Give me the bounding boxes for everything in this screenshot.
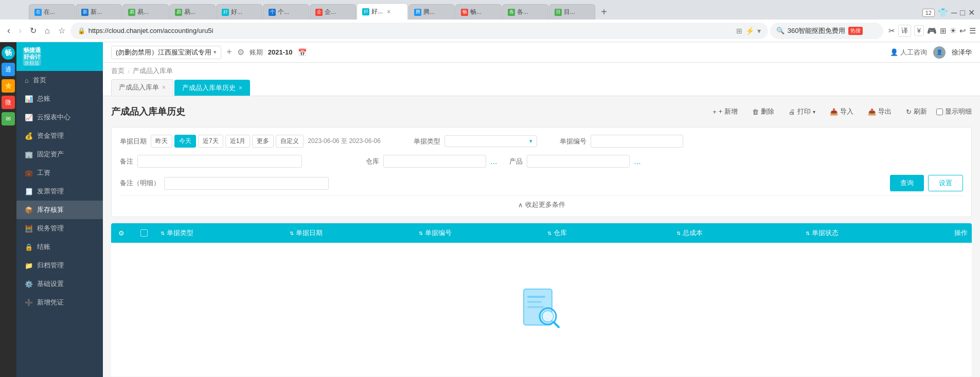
date-custom[interactable]: 自定义 [276,135,304,148]
print-button[interactable]: 🖨 打印 ▾ [783,104,821,119]
company-selector[interactable]: (勿删勿禁用）江西服宝测试专用 ▾ [111,46,221,59]
th-cost[interactable]: ⇅ 总成本 [672,228,801,238]
sidebar-item-inventory[interactable]: 📦 库存核算 [16,201,103,219]
product-dots[interactable]: ... [634,157,640,166]
tab-4[interactable]: 易 易... [169,4,216,20]
close-window-button[interactable]: ✕ [968,8,975,17]
type-select[interactable]: ▾ [444,135,537,147]
remark-detail-input[interactable] [164,177,329,190]
tab-2[interactable]: 新 新... [76,4,122,20]
grid-icon[interactable]: ⊞ [940,26,947,35]
sidebar-item-reports[interactable]: 📈 云报表中心 [16,108,103,127]
tab-5[interactable]: 好 好... [216,4,262,20]
product-filter-group: 产品 ... [509,155,640,168]
date-yesterday[interactable]: 昨天 [151,135,172,148]
tab-11[interactable]: 各 各... [502,4,548,20]
warehouse-input[interactable] [383,155,486,168]
sun-icon[interactable]: ☀ [950,26,956,35]
tab-6[interactable]: 个 个... [263,4,309,20]
date-more[interactable]: 更多 [252,135,274,148]
add-company-button[interactable]: + [226,47,232,58]
refresh-page-button[interactable]: ↻ 刷新 [901,104,932,119]
period-calendar-button[interactable]: 📅 [298,48,307,57]
user-name[interactable]: 徐泽华 [952,48,972,57]
sidebar-item-tax[interactable]: 🧮 税务管理 [16,219,103,238]
delete-button[interactable]: 🗑 删除 [747,104,779,119]
sidebar-item-newbill[interactable]: ➕ 新增凭证 [16,293,103,312]
bookmark-button[interactable]: ☆ [55,24,68,38]
tab-history-close[interactable]: × [239,84,242,92]
tab-3[interactable]: 易 易... [122,4,169,20]
url-bar[interactable]: 🔒 https://cloud.chanjet.com/accounting/u… [70,23,768,39]
remark-input[interactable] [137,155,302,168]
sidebar-item-ledger[interactable]: 📊 总账 [16,89,103,108]
show-fields-checkbox-label[interactable]: 显示明细 [936,107,972,116]
app-icon-weibo[interactable]: 微 [2,96,15,109]
forward-button[interactable]: › [15,23,25,38]
tab-12[interactable]: 目 目... [549,4,595,20]
tab-history[interactable]: 产成品入库单历史 × [174,80,250,96]
dropdown-icon[interactable]: ▾ [757,27,761,35]
warehouse-dots[interactable]: ... [490,157,497,166]
yuan-icon[interactable]: ¥ [914,25,924,36]
sidebar-item-invoice[interactable]: 🧾 发票管理 [16,182,103,201]
app-icon-mail[interactable]: ✉ [2,112,15,125]
tab-11-title: 各... [517,8,528,16]
tab-8-active[interactable]: 好 好... × [357,3,408,20]
settings-button[interactable]: 设置 [928,175,963,191]
game-icon[interactable]: 🎮 [927,26,937,35]
tab-9[interactable]: 腾 腾... [408,4,455,20]
maximize-button[interactable]: □ [960,8,965,17]
user-avatar[interactable]: 👤 [933,46,946,59]
date-7days[interactable]: 近7天 [198,135,223,148]
scissors-icon[interactable]: ✂ [888,26,895,35]
sidebar-item-archive[interactable]: 📁 归档管理 [16,256,103,275]
date-today[interactable]: 今天 [174,135,196,148]
th-status[interactable]: ⇅ 单据状态 [801,228,931,238]
th-type[interactable]: ⇅ 单据类型 [156,228,286,238]
tab-1[interactable]: 在 在... [29,4,75,20]
tab-8-close[interactable]: × [387,8,391,15]
new-tab-button[interactable]: + [596,4,612,20]
app-icon-yellow[interactable]: ⭐ [2,79,15,93]
translate-icon[interactable]: 译 [898,25,911,37]
company-settings-button[interactable]: ⚙ [237,47,244,57]
sidebar-item-settings[interactable]: ⚙️ 基础设置 [16,275,103,293]
th-checkbox[interactable] [132,229,156,237]
app-icon-blue[interactable]: 通 [2,63,15,76]
breadcrumb-home[interactable]: 首页 [111,66,124,76]
tab-10[interactable]: 畅 畅... [455,4,502,20]
search-bar[interactable]: 🔍 360智能抠图免费用 热搜 [770,23,883,39]
app-icon-chanjet[interactable]: 畅 [2,46,15,60]
th-warehouse[interactable]: ⇅ 仓库 [543,228,672,238]
th-number[interactable]: ⇅ 单据编号 [415,228,544,238]
tab-list-close[interactable]: × [162,84,166,91]
export-button[interactable]: 📤 导出 [863,104,897,119]
show-fields-checkbox[interactable] [936,109,943,115]
tab-list[interactable]: 产成品入库单 × [111,79,173,96]
sidebar-item-assets[interactable]: 🏢 固定资产 [16,145,103,164]
minimize-button[interactable]: ─ [951,8,957,17]
number-input[interactable] [591,135,683,148]
th-settings[interactable]: ⚙ [111,229,132,237]
query-button[interactable]: 查询 [890,175,924,191]
collapse-bar[interactable]: ∧ 收起更多条件 [120,195,963,209]
breadcrumb-list[interactable]: 产成品入库单 [133,66,173,76]
sidebar-item-home[interactable]: ⌂ 首页 [16,71,103,89]
th-date[interactable]: ⇅ 单据日期 [286,228,415,238]
menu-icon[interactable]: ☰ [969,26,976,35]
undo-icon[interactable]: ↩ [959,26,966,35]
refresh-browser-button[interactable]: ↻ [27,24,40,38]
home-browser-button[interactable]: ⌂ [42,24,53,38]
product-input[interactable] [527,155,630,168]
user-service-link[interactable]: 👤 人工咨询 [890,48,927,57]
tab-7[interactable]: 企 企... [310,4,356,20]
back-button[interactable]: ‹ [4,23,13,38]
add-button[interactable]: + + 新增 [707,104,743,119]
sidebar-item-funds[interactable]: 💰 资金管理 [16,127,103,145]
shirt-icon[interactable]: 👕 [938,8,948,17]
date-1month[interactable]: 近1月 [225,135,251,148]
sidebar-item-closing[interactable]: 🔒 结账 [16,238,103,256]
import-button[interactable]: 📥 导入 [825,104,859,119]
sidebar-item-payroll[interactable]: 💼 工资 [16,164,103,182]
